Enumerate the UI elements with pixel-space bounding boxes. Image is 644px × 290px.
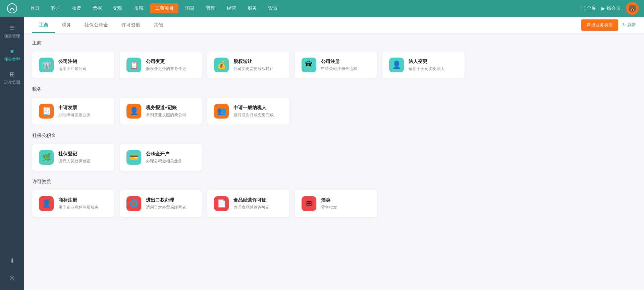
section-许可资质: 许可资质👤商标注册用于企业商标注册服务🌐进出口权办理适用于对外贸易经营者📄食品经… — [32, 179, 636, 217]
section-社保公积金: 社保公积金🌿社保登记进行人员社保登记💳公积金开户办理公积金相关业务 — [32, 133, 636, 171]
nav-item-首页[interactable]: 首页 — [25, 3, 44, 13]
card-desc: 办理食品经营许可证 — [233, 205, 270, 210]
section-title: 社保公积金 — [32, 133, 636, 139]
card-进出口权办理[interactable]: 🌐进出口权办理适用于对外贸易经营者 — [120, 190, 202, 217]
card-info: 公司注销适用于注销公司 — [58, 59, 87, 72]
card-酒类[interactable]: ⊞酒类零售批发 — [295, 190, 377, 217]
nav-item-消息[interactable]: 消息 — [180, 3, 199, 13]
card-desc: 适用于公司变更法人 — [409, 66, 445, 72]
card-股权转让[interactable]: 💰股权转让公司变更需要股权转让 — [207, 52, 289, 78]
nav-items: 首页客户收费票据记账报税工商项目消息管理经营服务设置 — [25, 3, 581, 13]
card-info: 股权转让公司变更需要股权转让 — [233, 59, 274, 72]
card-info: 申请发票办理申请发票业务 — [58, 105, 91, 118]
card-税务报道+记账[interactable]: 👤税务报道+记账拿到营业执照的新公司 — [120, 98, 202, 125]
card-icon: ⊞ — [302, 196, 316, 211]
sidebar-settings-btn[interactable]: ◎ — [7, 271, 17, 285]
mascot-avatar: 🐻 — [626, 2, 639, 15]
vip-label: 畅会员 — [606, 5, 621, 11]
card-社保登记[interactable]: 🌿社保登记进行人员社保登记 — [32, 144, 114, 171]
scroll-content[interactable]: 工商🏢公司注销适用于注销公司📋公司变更股权变更外的业务变更💰股权转让公司变更需要… — [24, 33, 644, 290]
nav-item-设置[interactable]: 设置 — [264, 3, 282, 13]
card-icon: 🌿 — [39, 150, 54, 165]
fullscreen-label: 全屏 — [587, 5, 596, 11]
section-工商: 工商🏢公司注销适用于注销公司📋公司变更股权变更外的业务变更💰股权转让公司变更需要… — [32, 40, 636, 78]
card-info: 公司变更股权变更外的业务变更 — [146, 59, 186, 72]
tab-社保公积金[interactable]: 社保公积金 — [78, 17, 115, 33]
card-申请发票[interactable]: 🧾申请发票办理申请发票业务 — [32, 98, 114, 125]
card-desc: 拿到营业执照的新公司 — [146, 112, 186, 118]
sidebar: ☰ 项目管理 ★ 项目类型 ⊞ 进度监测 ⬇ ◎ — [0, 17, 24, 290]
card-商标注册[interactable]: 👤商标注册用于企业商标注册服务 — [32, 190, 114, 217]
nav-item-收费[interactable]: 收费 — [67, 3, 86, 13]
nav-right: ⛶ 全屏 ▶ 畅会员 🐻 — [581, 2, 639, 15]
card-desc: 股权变更外的业务变更 — [146, 66, 186, 72]
refresh-icon: ↻ — [622, 22, 626, 27]
sidebar-label-progress: 进度监测 — [4, 80, 20, 85]
sidebar-label-project-manage: 项目管理 — [4, 33, 20, 39]
card-desc: 零售批发 — [321, 205, 337, 210]
card-icon: 🌐 — [126, 196, 141, 211]
nav-item-服务[interactable]: 服务 — [243, 3, 262, 13]
card-icon: 👤 — [389, 58, 404, 72]
vip-btn[interactable]: ▶ 畅会员 — [601, 5, 621, 11]
nav-item-客户[interactable]: 客户 — [46, 3, 65, 13]
nav-item-票据[interactable]: 票据 — [88, 3, 107, 13]
cards-grid: 🧾申请发票办理申请发票业务👤税务报道+记账拿到营业执照的新公司👥申请一般纳税人当… — [32, 98, 636, 125]
card-title: 食品经营许可证 — [233, 197, 270, 203]
card-desc: 申请公司注册全流程 — [321, 66, 357, 72]
card-食品经营许可证[interactable]: 📄食品经营许可证办理食品经营许可证 — [207, 190, 289, 217]
tab-税务[interactable]: 税务 — [55, 17, 78, 33]
card-title: 商标注册 — [58, 197, 99, 203]
card-icon: 🏛 — [302, 58, 316, 72]
card-title: 公司变更 — [146, 59, 186, 65]
card-title: 公司注销 — [58, 59, 87, 65]
tabs: 工商税务社保公积金许可资质其他 — [32, 17, 581, 33]
new-type-button[interactable]: 新增业务类型 — [581, 19, 618, 31]
tab-许可资质[interactable]: 许可资质 — [115, 17, 147, 33]
tab-其他[interactable]: 其他 — [147, 17, 170, 33]
nav-item-经营[interactable]: 经营 — [222, 3, 241, 13]
section-税务: 税务🧾申请发票办理申请发票业务👤税务报道+记账拿到营业执照的新公司👥申请一般纳税… — [32, 86, 636, 125]
card-info: 税务报道+记账拿到营业执照的新公司 — [146, 105, 186, 118]
card-title: 法人变更 — [409, 59, 445, 65]
card-title: 公积金开户 — [146, 151, 182, 157]
card-desc: 适用于注销公司 — [58, 66, 87, 72]
card-公积金开户[interactable]: 💳公积金开户办理公积金相关业务 — [120, 144, 202, 171]
card-title: 酒类 — [321, 197, 337, 203]
main-layout: ☰ 项目管理 ★ 项目类型 ⊞ 进度监测 ⬇ ◎ 工商税务社保公积金许可资质其他… — [0, 17, 644, 290]
card-法人变更[interactable]: 👤法人变更适用于公司变更法人 — [382, 52, 465, 78]
card-desc: 办理公积金相关业务 — [146, 158, 182, 164]
card-title: 进出口权办理 — [146, 197, 186, 203]
card-icon: 💰 — [214, 58, 229, 72]
sidebar-item-project-type[interactable]: ★ 项目类型 — [0, 43, 24, 66]
refresh-button[interactable]: ↻ 刷新 — [622, 22, 636, 28]
card-申请一般纳税人[interactable]: 👥申请一般纳税人当月或次月成变更完成 — [207, 98, 289, 125]
card-info: 商标注册用于企业商标注册服务 — [58, 197, 99, 210]
nav-item-报税[interactable]: 报税 — [129, 3, 148, 13]
card-icon: 👥 — [214, 104, 229, 119]
card-title: 申请一般纳税人 — [233, 105, 274, 111]
card-desc: 用于企业商标注册服务 — [58, 205, 99, 210]
card-desc: 进行人员社保登记 — [58, 158, 91, 164]
card-公司注销[interactable]: 🏢公司注销适用于注销公司 — [32, 52, 114, 78]
nav-item-记账[interactable]: 记账 — [109, 3, 127, 13]
play-icon: ▶ — [601, 6, 605, 11]
nav-item-管理[interactable]: 管理 — [201, 3, 220, 13]
sidebar-item-progress[interactable]: ⊞ 进度监测 — [0, 66, 24, 89]
fullscreen-btn[interactable]: ⛶ 全屏 — [581, 5, 596, 11]
card-公司注册[interactable]: 🏛公司注册申请公司注册全流程 — [295, 52, 377, 78]
tab-bar: 工商税务社保公积金许可资质其他 新增业务类型 ↻ 刷新 — [24, 17, 644, 33]
card-公司变更[interactable]: 📋公司变更股权变更外的业务变更 — [120, 52, 202, 78]
tab-工商[interactable]: 工商 — [32, 17, 55, 33]
card-desc: 办理申请发票业务 — [58, 112, 91, 118]
card-info: 公积金开户办理公积金相关业务 — [146, 151, 182, 164]
cards-grid: 🌿社保登记进行人员社保登记💳公积金开户办理公积金相关业务 — [32, 144, 636, 171]
sidebar-item-project-manage[interactable]: ☰ 项目管理 — [0, 20, 24, 43]
cards-grid: 🏢公司注销适用于注销公司📋公司变更股权变更外的业务变更💰股权转让公司变更需要股权… — [32, 52, 636, 78]
card-title: 股权转让 — [233, 59, 274, 65]
card-info: 社保登记进行人员社保登记 — [58, 151, 91, 164]
sidebar-download-btn[interactable]: ⬇ — [7, 254, 17, 268]
card-title: 申请发票 — [58, 105, 91, 111]
card-title: 公司注册 — [321, 59, 357, 65]
nav-item-工商项目[interactable]: 工商项目 — [150, 3, 178, 13]
